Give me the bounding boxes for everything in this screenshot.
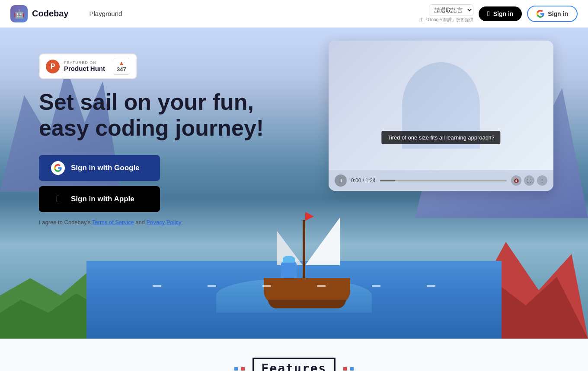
ph-arrow-icon: ▲ — [118, 60, 125, 66]
pixel-dash — [372, 285, 380, 287]
google-g-icon-navbar — [537, 10, 544, 18]
video-mute-button[interactable]: 🔇 — [511, 175, 521, 186]
logo-text: Codebay — [32, 9, 68, 19]
apple-signin-label: Sign in with Apple — [71, 195, 134, 203]
hero-content: P FEATURED ON Product Hunt ▲ 347 Set sai… — [39, 54, 290, 225]
language-selector-wrap: 請選取語言 由「Google 翻譯」技術提供 — [419, 4, 473, 23]
pixel-dash — [317, 285, 326, 287]
apple-icon-wrap:  — [51, 192, 65, 206]
navbar-apple-signin-label: Sign in — [493, 10, 514, 17]
more-icon: ⋮ — [540, 178, 544, 183]
ph-votes: ▲ 347 — [113, 58, 130, 75]
nav-link-playground[interactable]: Playground — [89, 10, 122, 17]
privacy-policy-link[interactable]: Privacy Policy — [147, 219, 182, 225]
video-progress-fill — [380, 180, 395, 181]
navbar-google-signin-label: Sign in — [548, 10, 568, 17]
boat-character — [281, 262, 297, 279]
pixel-boat — [255, 218, 359, 304]
video-caption: Tired of one size fits all learning appr… — [381, 131, 500, 144]
hero-headline-line2: easy coding journey! — [39, 115, 264, 140]
boat-sail-main — [305, 218, 340, 265]
pixel-dash — [153, 285, 161, 287]
video-card: Tired of one size fits all learning appr… — [329, 41, 553, 191]
navbar: 🤖 Codebay Playground 請選取語言 由「Google 翻譯」技… — [0, 0, 588, 28]
video-controls-right: 🔇 ⛶ ⋮ — [511, 175, 547, 186]
hero-headline: Set sail on your fun, easy coding journe… — [39, 89, 290, 141]
video-thumbnail: Tired of one size fits all learning appr… — [329, 41, 553, 170]
hero-section: P FEATURED ON Product Hunt ▲ 347 Set sai… — [0, 28, 588, 339]
features-dots-right — [342, 367, 355, 371]
google-signin-button[interactable]: Sign in with Google — [39, 155, 160, 181]
logo-icon: 🤖 — [10, 5, 28, 22]
navbar-google-signin-button[interactable]: Sign in — [527, 6, 578, 22]
video-controls: ⏸ 0:00 / 1:24 🔇 ⛶ ⋮ — [329, 170, 553, 191]
features-label: Features — [252, 358, 336, 371]
apple-logo-icon:  — [487, 10, 490, 18]
terms-and: and — [134, 219, 147, 225]
navbar-right: 請選取語言 由「Google 翻譯」技術提供  Sign in Sign in — [419, 4, 578, 23]
logo-link[interactable]: 🤖 Codebay — [10, 5, 68, 22]
pixel-dash — [262, 285, 271, 287]
google-icon-wrap — [51, 161, 65, 175]
features-area: Features — [233, 358, 355, 371]
terms-of-service-link[interactable]: Terms of Service — [92, 219, 134, 225]
terms-prefix: I agree to Codebay's — [39, 219, 92, 225]
google-g-icon — [54, 164, 62, 172]
features-dots-left — [233, 367, 246, 371]
dot-decoration — [241, 367, 245, 371]
product-hunt-info: FEATURED ON Product Hunt — [64, 60, 105, 72]
fullscreen-icon: ⛶ — [527, 178, 531, 183]
video-progress-bar[interactable] — [380, 180, 507, 181]
video-fullscreen-button[interactable]: ⛶ — [524, 175, 534, 186]
pixel-dash — [427, 285, 435, 287]
google-signin-label: Sign in with Google — [71, 164, 140, 172]
ph-vote-count: 347 — [117, 66, 126, 73]
mute-icon: 🔇 — [514, 178, 519, 183]
hero-headline-line1: Set sail on your fun, — [39, 89, 254, 114]
video-more-button[interactable]: ⋮ — [537, 175, 547, 186]
video-pause-button[interactable]: ⏸ — [335, 174, 347, 187]
apple-signin-button[interactable]:  Sign in with Apple — [39, 186, 160, 212]
pixel-dash — [208, 285, 216, 287]
language-select[interactable]: 請選取語言 — [429, 4, 473, 16]
navbar-apple-signin-button[interactable]:  Sign in — [479, 6, 522, 21]
terms-agreement-text: I agree to Codebay's Terms of Service an… — [39, 219, 290, 225]
dot-decoration — [343, 367, 347, 371]
apple-logo-icon:  — [56, 193, 60, 205]
video-time-display: 0:00 / 1:24 — [351, 178, 376, 184]
boat-hull — [264, 278, 350, 304]
pixel-dashes — [130, 285, 458, 287]
pause-icon: ⏸ — [339, 178, 343, 183]
product-hunt-badge[interactable]: P FEATURED ON Product Hunt ▲ 347 — [39, 54, 137, 79]
dot-decoration — [234, 367, 238, 371]
lang-note: 由「Google 翻譯」技術提供 — [419, 17, 473, 23]
product-hunt-logo: P — [46, 60, 60, 73]
nav-links: Playground — [89, 10, 122, 17]
ph-name-label: Product Hunt — [64, 65, 105, 72]
bottom-section: Features — [0, 339, 588, 371]
dot-decoration — [350, 367, 354, 371]
ph-featured-on-label: FEATURED ON — [64, 60, 105, 65]
